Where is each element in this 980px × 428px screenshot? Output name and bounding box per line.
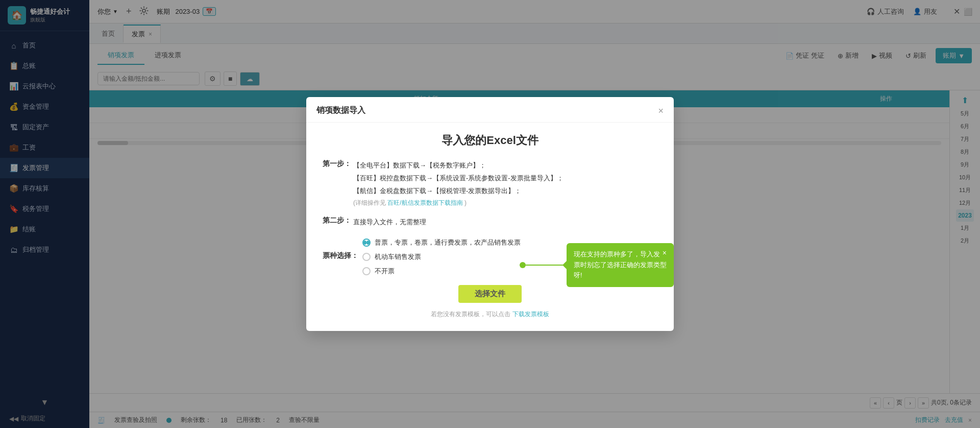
radio-normal-circle — [362, 239, 371, 247]
radio-motor-label: 机动车销售发票 — [375, 252, 421, 261]
radio-motor-ticket[interactable]: 机动车销售发票 — [362, 252, 521, 261]
step2-content: 直接导入文件，无需整理 — [353, 216, 426, 229]
download-template-link[interactable]: 下载发票模板 — [512, 311, 549, 318]
footer-prefix: 若您没有发票模板，可以点击 — [431, 311, 510, 318]
step1-label: 第一步： — [323, 159, 353, 209]
step1-content: 【全电平台】数据下载→【税务数字账户】； 【百旺】税控盘数据下载→【系统设置-系… — [353, 159, 564, 209]
step1-guide-link: (详细操作见 百旺/航信发票数据下载指南 ) — [353, 197, 564, 209]
tooltip-container: × 现在支持的票种多了，导入发票时别忘了选择正确的发票类型呀! — [520, 243, 674, 287]
select-file-button[interactable]: 选择文件 — [458, 285, 522, 303]
radio-no-label: 不开票 — [375, 267, 395, 276]
tooltip-connector — [526, 265, 567, 266]
tooltip-arrow — [562, 261, 567, 269]
tooltip-bubble: × 现在支持的票种多了，导入发票时别忘了选择正确的发票类型呀! — [567, 243, 674, 287]
step2-label: 第二步： — [323, 216, 353, 229]
radio-no-circle — [362, 267, 371, 275]
guide-link[interactable]: 百旺/航信发票数据下载指南 — [387, 199, 462, 206]
tooltip-close-button[interactable]: × — [663, 249, 667, 256]
radio-no-ticket[interactable]: 不开票 — [362, 267, 521, 276]
step1-line-3: 【航信】金税盘数据下载→【报税管理-发票数据导出】； — [353, 185, 564, 198]
modal-header: 销项数据导入 × — [306, 97, 674, 123]
radio-group: 普票，专票，卷票，通行费发票，农产品销售发票 机动车销售发票 不开票 — [362, 238, 521, 276]
radio-motor-circle — [362, 253, 371, 261]
step1-line-1: 【全电平台】数据下载→【税务数字账户】； — [353, 159, 564, 172]
modal-overlay[interactable]: 销项数据导入 × 导入您的Excel文件 第一步： 【全电平台】数据下载→【税务… — [0, 0, 980, 428]
modal-footer: 若您没有发票模板，可以点击 下载发票模板 — [323, 310, 657, 319]
modal-close-button[interactable]: × — [658, 106, 664, 115]
radio-normal-ticket[interactable]: 普票，专票，卷票，通行费发票，农产品销售发票 — [362, 238, 521, 247]
radio-normal-label: 普票，专票，卷票，通行费发票，农产品销售发票 — [375, 238, 521, 247]
tooltip-dot — [520, 262, 526, 268]
step2-row: 第二步： 直接导入文件，无需整理 — [323, 216, 657, 229]
import-modal: 销项数据导入 × 导入您的Excel文件 第一步： 【全电平台】数据下载→【税务… — [306, 97, 674, 331]
modal-body: 导入您的Excel文件 第一步： 【全电平台】数据下载→【税务数字账户】； 【百… — [306, 123, 674, 331]
modal-title: 销项数据导入 — [316, 105, 365, 116]
step1-row: 第一步： 【全电平台】数据下载→【税务数字账户】； 【百旺】税控盘数据下载→【系… — [323, 159, 657, 209]
tooltip-text: 现在支持的票种多了，导入发票时别忘了选择正确的发票类型呀! — [574, 250, 667, 279]
ticket-label: 票种选择： — [323, 251, 358, 260]
step1-line-2: 【百旺】税控盘数据下载→【系统设置-系统参数设置-发票批量导入】； — [353, 172, 564, 185]
modal-main-title: 导入您的Excel文件 — [323, 133, 657, 148]
ticket-select-row: 票种选择： 普票，专票，卷票，通行费发票，农产品销售发票 机动车销售发票 — [323, 236, 657, 276]
